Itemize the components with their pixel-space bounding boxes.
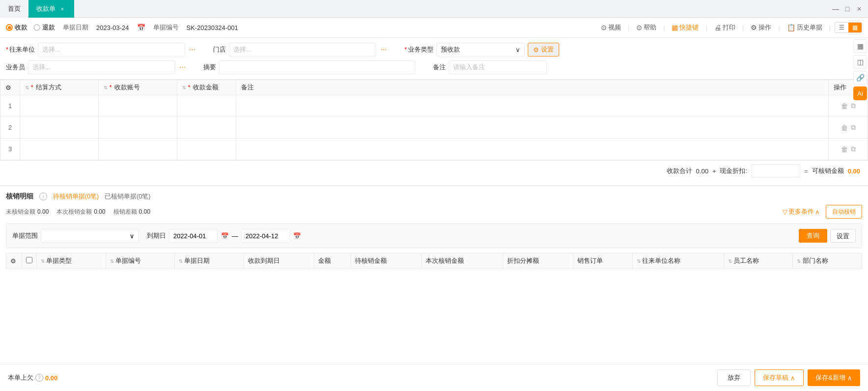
biz-settings-btn[interactable]: ⚙ 设置 [528, 43, 559, 56]
verify-filters: 单据范围 ∨ 到期日 2022-04-01 📅 — 2022-04-12 [6, 223, 862, 248]
copy-icon-1[interactable]: ⧉ [851, 102, 856, 110]
close-button[interactable]: × [854, 4, 864, 14]
toolbar-actions: ⊙ 视频 | ⊙ 帮助 | ▦ 快捷键 | 🖨 打印 | ⚙ 操作 [598, 22, 862, 33]
remark-cell-2[interactable] [236, 117, 829, 139]
amount-cell-3[interactable] [177, 139, 236, 160]
settle-cell-3[interactable] [20, 139, 99, 160]
account-cell-2[interactable] [99, 117, 177, 139]
amount-cell-1[interactable] [177, 95, 236, 117]
help-icon: ⊙ [636, 24, 642, 31]
unverified-stat: 未核销金额 0.00 [6, 208, 49, 216]
calendar-icon[interactable]: 📅 [137, 24, 145, 31]
th-settings[interactable]: ⚙ [0, 80, 20, 95]
remark-cell-3[interactable] [236, 139, 829, 160]
save-new-btn[interactable]: 保存&新增 ∧ [808, 369, 860, 386]
main-content: 收款 退款 单据日期 2023-03-24 📅 单据编号 SK-20230324… [0, 18, 868, 391]
maximize-button[interactable]: □ [842, 4, 852, 14]
shop-more-icon[interactable]: ··· [380, 45, 386, 54]
tab-receipt[interactable]: 收款单 × [28, 0, 74, 18]
radio-receipt[interactable]: 收款 [6, 23, 27, 32]
more-conditions-btn[interactable]: ▽ 更多条件 ∧ [783, 207, 820, 216]
row-actions-1: 🗑 ⧉ [834, 102, 863, 110]
partner-more-icon[interactable]: ··· [189, 45, 195, 54]
query-btn[interactable]: 查询 [799, 229, 827, 243]
table-row: 1 🗑 ⧉ [0, 95, 868, 117]
date-range: 2022-04-01 📅 — 2022-04-12 📅 [169, 229, 301, 243]
th-due-date: 收款到期日 [244, 253, 314, 269]
save-draft-btn[interactable]: 保存草稿 ∧ [755, 369, 804, 386]
settle-cell-2[interactable] [20, 117, 99, 139]
delete-icon-1[interactable]: 🗑 [841, 102, 848, 110]
staff-more-icon[interactable]: ··· [179, 63, 186, 72]
select-all-checkbox[interactable] [26, 257, 32, 263]
discount-input[interactable] [751, 165, 800, 177]
copy-icon-2[interactable]: ⧉ [851, 123, 856, 132]
video-icon: ⊙ [601, 24, 607, 31]
gear-icon: ⚙ [533, 46, 539, 54]
date-to-input[interactable]: 2022-04-12 [241, 229, 290, 243]
remark-input[interactable]: 请输入备注 [449, 60, 547, 74]
partner-input[interactable]: 选择... [38, 43, 185, 56]
biz-type-field: *业务类型 预收款 ∨ ⚙ 设置 [405, 43, 559, 56]
sidebar-icon-3[interactable]: 🔗 [853, 71, 867, 84]
right-sidebar: ▦ ◫ 🔗 Ai [852, 39, 868, 100]
remark-field: 备注 请输入备注 [433, 60, 547, 74]
th-dept-name: ⇅ 部门名称 [793, 253, 862, 269]
th-account: ⇅ * 收款账号 [99, 80, 177, 95]
radio-refund[interactable]: 退款 [33, 23, 55, 32]
date-from-input[interactable]: 2022-04-01 [169, 229, 218, 243]
shortcut-btn[interactable]: ▦ 快捷键 [669, 22, 702, 33]
view-list-btn[interactable]: ☰ [835, 23, 848, 32]
summary-input[interactable] [219, 60, 415, 74]
operation-btn[interactable]: ⚙ 操作 [748, 22, 774, 33]
biz-type-select[interactable]: 预收款 ∨ [436, 43, 525, 56]
print-btn[interactable]: 🖨 打印 [711, 22, 738, 33]
account-cell-1[interactable] [99, 95, 177, 117]
th-gear[interactable]: ⚙ [6, 253, 22, 269]
loss-info-icon[interactable]: ? [35, 374, 43, 382]
row-actions-3: 🗑 ⧉ [834, 145, 863, 153]
range-input[interactable]: ∨ [41, 229, 139, 243]
done-tab[interactable]: 已核销单据(0笔) [105, 192, 150, 201]
summary-field: 摘要 [203, 60, 415, 74]
tab-close-icon[interactable]: × [58, 5, 66, 13]
due-date-field: 到期日 2022-04-01 📅 — 2022-04-12 📅 [147, 229, 301, 243]
print-icon: 🖨 [714, 24, 721, 31]
operation-icon: ⚙ [751, 24, 757, 31]
sidebar-icon-ai[interactable]: Ai [853, 86, 867, 100]
receipt-table: ⚙ ⇅ * 结算方式 ⇅ * 收款账号 ⇅ * 收款 [0, 80, 868, 160]
tab-home[interactable]: 首页 [0, 0, 28, 18]
filter-settings-btn[interactable]: 设置 [830, 229, 856, 243]
amount-cell-2[interactable] [177, 117, 236, 139]
staff-field: 业务员 选择... ··· [6, 60, 186, 74]
view-grid-btn[interactable]: ▦ [848, 23, 862, 32]
calendar-from-icon[interactable]: 📅 [221, 232, 229, 240]
pending-tab[interactable]: 待核销单据(0笔) [53, 192, 99, 201]
table-row: 2 🗑 ⧉ [0, 117, 868, 139]
toolbar-row: 收款 退款 单据日期 2023-03-24 📅 单据编号 SK-20230324… [0, 18, 868, 38]
shop-input[interactable]: 选择... [229, 43, 376, 56]
settle-cell-1[interactable] [20, 95, 99, 117]
th-amount: ⇅ * 收款金额 [177, 80, 236, 95]
th-sales-order: 销售订单 [573, 253, 633, 269]
help-btn[interactable]: ⊙ 帮助 [633, 22, 659, 33]
copy-icon-3[interactable]: ⧉ [851, 145, 856, 153]
delete-icon-2[interactable]: 🗑 [841, 124, 848, 132]
sidebar-icon-1[interactable]: ▦ [853, 39, 867, 53]
remark-cell-1[interactable] [236, 95, 829, 117]
delete-icon-3[interactable]: 🗑 [841, 145, 848, 153]
calendar-to-icon[interactable]: 📅 [293, 232, 301, 240]
th-bill-date: ⇅ 单据日期 [175, 253, 244, 269]
th-bill-type: ⇅ 单据类型 [37, 253, 106, 269]
sidebar-icon-2[interactable]: ◫ [853, 55, 867, 69]
abandon-btn[interactable]: 放弃 [717, 369, 751, 386]
minimize-button[interactable]: — [831, 4, 841, 14]
verify-info-icon[interactable]: i [39, 193, 47, 200]
video-btn[interactable]: ⊙ 视频 [598, 22, 624, 33]
shop-field: 门店 选择... ··· [213, 43, 386, 56]
staff-input[interactable]: 选择... [28, 60, 175, 74]
account-cell-3[interactable] [99, 139, 177, 160]
auto-verify-btn[interactable]: 自动核销 [826, 205, 862, 219]
radio-group: 收款 退款 [6, 23, 55, 32]
history-btn[interactable]: 📋 历史单据 [784, 22, 825, 33]
